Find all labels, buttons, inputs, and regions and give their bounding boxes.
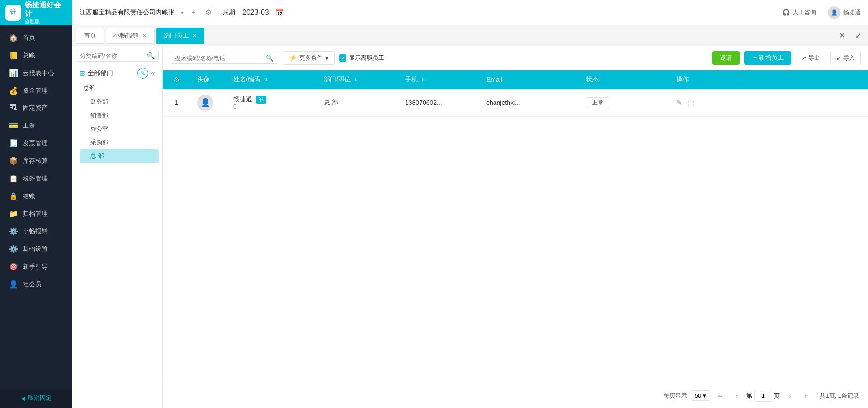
employee-name-text: 畅捷通: [233, 95, 252, 104]
sidebar-item-xiaochang[interactable]: ⚙️ 小畅报销: [0, 223, 72, 240]
per-page-label: 每页显示: [664, 392, 687, 400]
th-dept[interactable]: 部门/职位 ⇅: [316, 70, 398, 89]
dept-item-purchase[interactable]: 采购部: [80, 136, 159, 149]
sidebar-item-salary[interactable]: 💳 工资: [0, 117, 72, 134]
support-button[interactable]: 🎧 人工咨询: [783, 9, 816, 17]
app-version: 旗舰版: [25, 18, 67, 25]
row-phone-cell: 138070602...: [398, 89, 479, 117]
employee-search-icon[interactable]: 🔍: [266, 54, 274, 62]
dept-item-finance[interactable]: 财务部: [80, 95, 159, 109]
export-label: 导出: [808, 54, 820, 62]
tab-maximize-icon[interactable]: ⤢: [852, 29, 864, 42]
export-icon: ↗: [802, 55, 807, 62]
dept-badge: 部: [256, 96, 266, 104]
all-departments-item[interactable]: ⊞ 全部部门 ✎ «: [76, 65, 159, 81]
sidebar-item-basic[interactable]: ⚙️ 基础设置: [0, 240, 72, 258]
tab-dept-employee[interactable]: 部门员工 ✕: [156, 28, 204, 44]
content-area: 🔍 ⊞ 全部部门 ✎ « 总部 财务部 销售部 办公室 采购部 总 部: [72, 46, 868, 408]
page-input[interactable]: [754, 390, 772, 402]
last-page-button[interactable]: ⊩: [800, 389, 812, 402]
table-header: ⚙ 头像 姓名/编码 ⇅ 部门/职位 ⇅: [163, 70, 868, 89]
sidebar-item-close[interactable]: 🔒 结账: [0, 187, 72, 205]
headphone-icon: 🎧: [783, 9, 790, 16]
account-icon: 👤: [9, 280, 18, 289]
dept-collapse-icon[interactable]: «: [151, 69, 155, 77]
filter-button[interactable]: ⚡ 更多条件 ▾: [283, 51, 335, 65]
th-avatar-label: 头像: [197, 76, 210, 83]
pin-icon: ◀: [21, 395, 25, 402]
username-label: 畅捷通: [843, 9, 861, 17]
company-name[interactable]: 江西服宝精品有限责任公司内账张: [80, 9, 175, 17]
invite-button[interactable]: 邀请: [712, 51, 740, 65]
sidebar-item-inventory[interactable]: 📦 库存核算: [0, 152, 72, 170]
prev-page-button[interactable]: ‹: [730, 389, 743, 402]
cancel-fixed-button[interactable]: ◀ 取消固定: [0, 388, 72, 408]
basic-icon: ⚙️: [9, 245, 18, 253]
sidebar-item-funds[interactable]: 💰 资金管理: [0, 82, 72, 100]
th-settings[interactable]: ⚙: [163, 70, 190, 89]
dept-root[interactable]: 总部: [80, 81, 159, 95]
company-dropdown-icon[interactable]: ▾: [181, 9, 184, 16]
dept-sort-icon: ⇅: [354, 77, 358, 82]
show-resigned-toggle[interactable]: ✓ 显示离职员工: [339, 54, 384, 62]
sidebar-item-fixed-assets[interactable]: 🏗 固定资产: [0, 100, 72, 117]
sidebar-item-label: 库存核算: [23, 157, 48, 165]
sidebar-item-home[interactable]: 🏠 首页: [0, 29, 72, 47]
logo-text-group: 畅捷通好会计 旗舰版: [25, 0, 67, 24]
dept-tree: 总部 财务部 销售部 办公室 采购部 总 部: [76, 81, 159, 163]
app-name: 畅捷通好会计: [25, 0, 67, 18]
sidebar-item-ledger[interactable]: 📒 总账: [0, 47, 72, 64]
sidebar: 计 畅捷通好会计 旗舰版 🏠 首页 📒 总账 📊 云报表中心 💰 资金管理 🏗 …: [0, 0, 72, 408]
add-label: + 新增员工: [753, 54, 784, 62]
dept-item-sales[interactable]: 销售部: [80, 109, 159, 122]
employee-table-container: ⚙ 头像 姓名/编码 ⇅ 部门/职位 ⇅: [163, 70, 868, 383]
row-action-cell: ✎ ⬚: [669, 89, 868, 117]
sidebar-item-guide[interactable]: 🎯 新手引导: [0, 258, 72, 275]
dept-search-input[interactable]: [80, 52, 147, 59]
dept-search-box[interactable]: 🔍: [76, 50, 159, 62]
name-sort-icon: ⇅: [264, 77, 268, 82]
edit-icon[interactable]: ✎: [676, 99, 682, 107]
tab-dept-employee-close[interactable]: ✕: [193, 33, 197, 39]
sidebar-item-label: 基础设置: [23, 245, 48, 253]
filter-dropdown-icon: ▾: [326, 55, 329, 62]
dept-item-general[interactable]: 总 部: [80, 149, 159, 163]
sidebar-item-label: 小畅报销: [23, 228, 48, 236]
sidebar-item-account[interactable]: 👤 社会员: [0, 275, 72, 293]
ledger-icon: 📒: [9, 51, 18, 60]
add-employee-button[interactable]: + 新增员工: [744, 51, 791, 65]
export-button[interactable]: ↗ 导出: [796, 51, 826, 65]
sidebar-item-archive[interactable]: 📁 归档管理: [0, 205, 72, 223]
sidebar-item-invoice[interactable]: 🧾 发票管理: [0, 134, 72, 152]
dept-search-icon[interactable]: 🔍: [147, 52, 155, 59]
tabs-actions: ✕ ⤢: [835, 29, 864, 42]
calendar-icon[interactable]: 📅: [275, 8, 284, 17]
delete-icon[interactable]: ⬚: [688, 99, 694, 107]
per-page-select[interactable]: 50 ▾: [691, 390, 710, 401]
th-name[interactable]: 姓名/编码 ⇅: [226, 70, 316, 89]
th-email-label: Email: [486, 76, 502, 83]
tab-xiaochang-close[interactable]: ✕: [142, 33, 147, 39]
settings-icon[interactable]: ⚙: [203, 6, 213, 19]
dept-edit-icon[interactable]: ✎: [137, 68, 148, 79]
show-resigned-checkbox[interactable]: ✓: [339, 54, 346, 62]
th-phone[interactable]: 手机 ⇅: [398, 70, 479, 89]
inventory-icon: 📦: [9, 157, 18, 165]
sidebar-item-reports[interactable]: 📊 云报表中心: [0, 64, 72, 82]
import-button[interactable]: ↙ 导入: [830, 51, 861, 65]
row-status-cell: 正常: [579, 89, 669, 117]
tab-home[interactable]: 首页: [76, 28, 104, 44]
employee-search-box[interactable]: 🔍: [170, 52, 278, 64]
th-name-label: 姓名/编码: [233, 76, 260, 83]
th-status-label: 状态: [586, 76, 599, 83]
add-company-icon[interactable]: ＋: [188, 6, 199, 19]
first-page-button[interactable]: ⊨: [714, 389, 726, 402]
tab-xiaochang[interactable]: 小畅报销 ✕: [106, 28, 155, 44]
period-value[interactable]: 2023-03: [242, 9, 269, 17]
next-page-button[interactable]: ›: [783, 389, 796, 402]
sidebar-item-tax[interactable]: 📋 税务管理: [0, 170, 72, 187]
employee-search-input[interactable]: [175, 55, 266, 62]
user-menu[interactable]: 👤 畅捷通: [828, 6, 861, 19]
tab-close-window-icon[interactable]: ✕: [835, 29, 848, 42]
dept-item-office[interactable]: 办公室: [80, 122, 159, 136]
